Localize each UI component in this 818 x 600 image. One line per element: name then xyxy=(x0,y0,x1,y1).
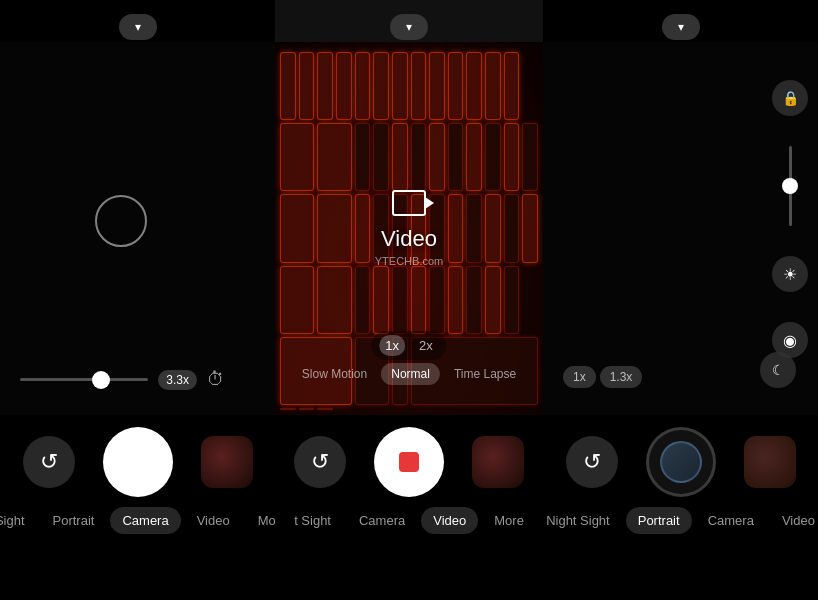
right-dropdown-chevron: ▾ xyxy=(678,20,684,34)
eye-icon: ◉ xyxy=(783,331,797,350)
left-circle-indicator xyxy=(95,195,147,247)
center-flip-button[interactable]: ↺ xyxy=(294,436,346,488)
center-dropdown-button[interactable]: ▾ xyxy=(390,14,428,40)
right-brightness-control[interactable] xyxy=(789,146,792,226)
left-gallery-thumb[interactable] xyxy=(201,436,253,488)
left-controls-row: ↺ xyxy=(0,415,275,497)
center-tab-more[interactable]: More xyxy=(482,507,536,534)
right-tab-portrait[interactable]: Portrait xyxy=(626,507,692,534)
center-zoom-btns: 1x 2x xyxy=(371,331,446,360)
right-dropdown-button[interactable]: ▾ xyxy=(662,14,700,40)
lock-icon: 🔒 xyxy=(782,90,799,106)
right-night-icon[interactable]: ☾ xyxy=(760,352,796,388)
right-zoom-1x[interactable]: 1x xyxy=(563,366,596,388)
left-timer-icon[interactable]: ⏱ xyxy=(207,369,225,390)
center-zoom-1x[interactable]: 1x xyxy=(379,335,405,356)
right-controls-row: ↺ xyxy=(543,415,818,497)
left-mode-tabs: t Sight Portrait Camera Video More xyxy=(0,497,275,534)
left-flip-icon: ↺ xyxy=(40,449,58,475)
right-tab-video[interactable]: Video xyxy=(770,507,818,534)
left-shutter-button[interactable] xyxy=(103,427,173,497)
left-bottom-bar: ↺ t Sight Portrait Camera Video More xyxy=(0,415,275,600)
center-gallery-thumb[interactable] xyxy=(472,436,524,488)
left-zoom-thumb[interactable] xyxy=(92,371,110,389)
right-flip-button[interactable]: ↺ xyxy=(566,436,618,488)
center-dropdown-chevron: ▾ xyxy=(406,20,412,34)
right-side-controls: 🔒 ☀ ◉ xyxy=(772,80,808,358)
center-viewfinder: Video YTECHB.com 1x 2x Slow Motion Norma… xyxy=(275,42,543,415)
right-zoom-1-3x[interactable]: 1.3x xyxy=(600,366,643,388)
right-sun-button[interactable]: ☀ xyxy=(772,256,808,292)
sun-icon: ☀ xyxy=(783,265,797,284)
left-tab-night-sight[interactable]: t Sight xyxy=(0,507,37,534)
center-tab-camera[interactable]: Camera xyxy=(347,507,417,534)
right-flip-icon: ↺ xyxy=(583,449,601,475)
left-dropdown-button[interactable]: ▾ xyxy=(119,14,157,40)
pill-time-lapse[interactable]: Time Lapse xyxy=(444,363,526,385)
left-panel: ▾ 3.3x ⏱ ↺ xyxy=(0,0,275,600)
left-tab-camera[interactable]: Camera xyxy=(110,507,180,534)
left-flip-button[interactable]: ↺ xyxy=(23,436,75,488)
center-mode-pills: Slow Motion Normal Time Lapse xyxy=(292,363,526,385)
right-lock-button[interactable]: 🔒 xyxy=(772,80,808,116)
right-tab-night-sight[interactable]: Night Sight xyxy=(534,507,622,534)
center-flip-icon: ↺ xyxy=(311,449,329,475)
center-controls-row: ↺ xyxy=(275,415,543,497)
right-mode-tabs: Night Sight Portrait Camera Video xyxy=(543,497,818,534)
center-tab-video[interactable]: Video xyxy=(421,507,478,534)
pill-slow-motion[interactable]: Slow Motion xyxy=(292,363,377,385)
center-zoom-2x[interactable]: 2x xyxy=(413,335,439,356)
right-zoom-pills: 1x 1.3x xyxy=(563,366,642,388)
left-tab-video[interactable]: Video xyxy=(185,507,242,534)
center-shutter-button[interactable] xyxy=(374,427,444,497)
center-bottom-bar: ↺ t Sight Camera Video More xyxy=(275,415,543,600)
center-panel: ▾ xyxy=(275,0,543,600)
left-dropdown-chevron: ▾ xyxy=(135,20,141,34)
left-zoom-slider-area: 3.3x ⏱ xyxy=(20,369,225,390)
center-tab-night-sight[interactable]: t Sight xyxy=(282,507,343,534)
moon-icon: ☾ xyxy=(772,362,785,378)
left-tab-portrait[interactable]: Portrait xyxy=(41,507,107,534)
center-mode-tabs: t Sight Camera Video More xyxy=(275,497,543,534)
right-night-button[interactable]: ☾ xyxy=(760,352,796,388)
right-bottom-bar: ↺ Night Sight Portrait Camera Video xyxy=(543,415,818,600)
right-shutter-button[interactable] xyxy=(646,427,716,497)
right-tab-camera[interactable]: Camera xyxy=(696,507,766,534)
right-gallery-thumb[interactable] xyxy=(744,436,796,488)
left-zoom-value: 3.3x xyxy=(158,370,197,390)
pill-normal[interactable]: Normal xyxy=(381,363,440,385)
right-panel: ▾ 🔒 ☀ ◉ 1x 1.3x xyxy=(543,0,818,600)
left-zoom-track[interactable] xyxy=(20,378,148,381)
